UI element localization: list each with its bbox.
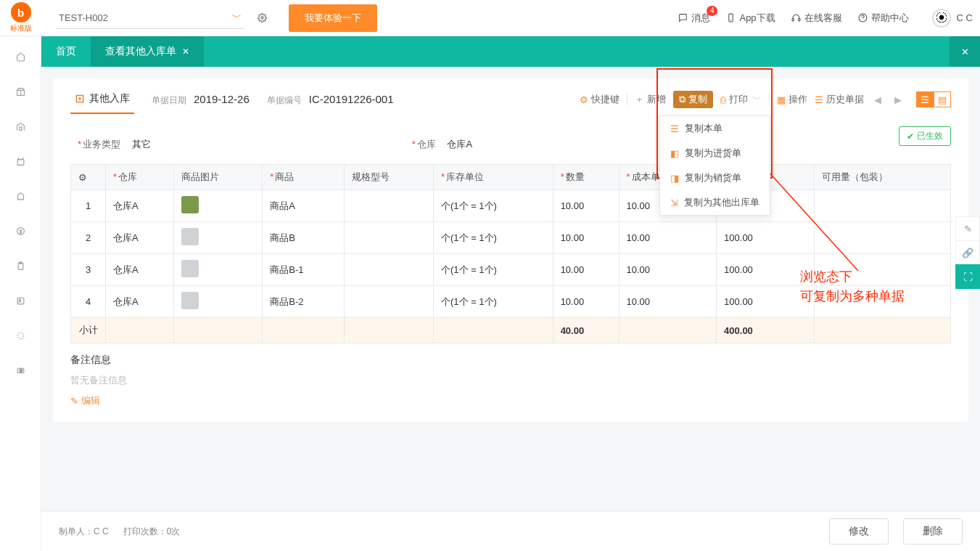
- row-qty: 10.00: [553, 190, 619, 222]
- product-image-icon: [181, 292, 199, 309]
- help-center-link[interactable]: 帮助中心: [858, 12, 909, 25]
- user-menu[interactable]: C C: [932, 9, 973, 28]
- warehouse-value: 仓库A: [447, 139, 472, 150]
- warehouse-label: 仓库: [417, 139, 436, 150]
- row-warehouse: 仓库A: [106, 254, 174, 286]
- edit-label: 编辑: [81, 394, 100, 407]
- remark-empty: 暂无备注信息: [70, 374, 951, 387]
- product-image-icon: [181, 196, 199, 213]
- message-icon: [678, 13, 688, 23]
- edit-remark-button[interactable]: ✎ 编辑: [70, 394, 951, 407]
- inbox-icon: ◧: [670, 148, 679, 159]
- money-icon[interactable]: [13, 224, 28, 238]
- expand-tool-icon[interactable]: ⛶: [955, 264, 980, 289]
- contact-icon[interactable]: [13, 293, 28, 308]
- copy-to-other-out-item[interactable]: ⇲复制为其他出库单: [660, 190, 770, 215]
- house-icon[interactable]: [13, 189, 28, 203]
- gift-icon[interactable]: [13, 84, 28, 99]
- row-unit: 个(1个 = 1个): [434, 286, 553, 318]
- table-row[interactable]: 3仓库A商品B-1个(1个 = 1个)10.0010.00100.00: [71, 254, 951, 286]
- copy-to-sales-item[interactable]: ◨复制为销货单: [660, 166, 770, 190]
- view-list-button[interactable]: ☰: [916, 91, 934, 107]
- row-price: 10.00: [619, 222, 717, 254]
- clipboard-icon[interactable]: [13, 258, 28, 273]
- svg-rect-3: [792, 19, 794, 21]
- row-price: 10.00: [619, 286, 717, 318]
- note-tool-icon[interactable]: ✎: [955, 216, 980, 241]
- copy-to-purchase-item[interactable]: ◧复制为进货单: [660, 141, 770, 166]
- operate-button[interactable]: ▦操作: [777, 93, 807, 106]
- settings-icon[interactable]: [258, 13, 267, 23]
- print-button[interactable]: ⎙打印﹀: [720, 93, 762, 106]
- cycle-icon[interactable]: [13, 328, 28, 343]
- bag-icon[interactable]: [13, 154, 28, 168]
- copy-label: 复制: [688, 93, 707, 106]
- phone-icon: [726, 13, 736, 23]
- col-qty: *数量: [553, 165, 619, 190]
- org-selector[interactable]: TEST-H002 ﹀: [56, 7, 244, 29]
- date-value: 2019-12-26: [194, 93, 250, 105]
- export-icon: ⇲: [670, 197, 678, 208]
- docno-value: IC-20191226-001: [309, 93, 394, 105]
- tabbar-close-button[interactable]: ✕: [950, 36, 980, 67]
- svg-rect-1: [729, 14, 733, 22]
- row-product: 商品B: [263, 222, 345, 254]
- close-icon[interactable]: ✕: [182, 46, 189, 57]
- delete-button[interactable]: 删除: [903, 518, 963, 544]
- grid-icon: ▦: [777, 94, 786, 105]
- app-download-link[interactable]: App下载: [726, 12, 775, 25]
- row-image: [173, 286, 263, 318]
- table-row[interactable]: 2仓库A商品B个(1个 = 1个)10.0010.00100.00: [71, 222, 951, 254]
- online-service-label: 在线客服: [804, 12, 842, 25]
- row-spec: [345, 286, 434, 318]
- help-icon: [858, 13, 868, 23]
- row-warehouse: 仓库A: [106, 222, 174, 254]
- new-icon[interactable]: 新: [13, 363, 28, 377]
- float-tools: ✎ 🔗 ⛶: [955, 216, 980, 288]
- table-row[interactable]: 1仓库A商品A个(1个 = 1个)10.0010.00100.00: [71, 190, 951, 222]
- row-qty: 10.00: [553, 222, 619, 254]
- history-icon: ☰: [815, 94, 823, 105]
- next-button[interactable]: ▶: [892, 94, 905, 105]
- col-config[interactable]: ⚙: [71, 165, 106, 190]
- subtotal-row: 小计40.00400.00: [71, 318, 951, 343]
- view-card-button[interactable]: ▤: [934, 91, 951, 107]
- messages-link[interactable]: 消息 4: [678, 12, 710, 25]
- svg-point-0: [261, 17, 263, 19]
- history-button[interactable]: ☰历史单据: [815, 93, 864, 106]
- status-badge: ✔ 已生效: [899, 126, 951, 146]
- doc-icon: ☰: [670, 123, 679, 134]
- sidebar: 新: [0, 36, 41, 551]
- print-count-info: 打印次数：0次: [123, 526, 181, 538]
- svg-point-14: [19, 299, 20, 301]
- status-label: 已生效: [917, 130, 943, 142]
- subtotal-qty: 40.00: [553, 318, 619, 343]
- prev-button[interactable]: ◀: [871, 94, 884, 105]
- new-button[interactable]: ＋新增: [635, 93, 666, 106]
- messages-badge: 4: [707, 6, 718, 16]
- chevron-down-icon: ﹀: [752, 93, 762, 106]
- warehouse-icon[interactable]: [13, 119, 28, 134]
- copy-this-item[interactable]: ☰复制本单: [660, 116, 770, 141]
- tab-current[interactable]: 查看其他入库单 ✕: [91, 36, 204, 67]
- date-label: 单据日期: [152, 94, 186, 107]
- page-tab[interactable]: 其他入库: [70, 85, 134, 114]
- history-label: 历史单据: [826, 93, 864, 106]
- page-tab-label: 其他入库: [89, 92, 130, 105]
- online-service-link[interactable]: 在线客服: [791, 12, 842, 25]
- shortcut-button[interactable]: ⚙快捷键: [580, 93, 619, 106]
- home-icon[interactable]: [13, 49, 28, 64]
- try-button[interactable]: 我要体验一下: [289, 4, 377, 32]
- row-qty: 10.00: [553, 254, 619, 286]
- copy-button[interactable]: ⧉复制: [673, 91, 713, 108]
- modify-button[interactable]: 修改: [829, 518, 889, 544]
- brand-logo[interactable]: b 标准版: [0, 2, 41, 33]
- row-amount: 100.00: [717, 286, 815, 318]
- table-row[interactable]: 4仓库A商品B-2个(1个 = 1个)10.0010.00100.00: [71, 286, 951, 318]
- tab-home[interactable]: 首页: [41, 36, 91, 67]
- top-header: b 标准版 TEST-H002 ﹀ 我要体验一下 消息 4 App下载 在线客服: [0, 0, 980, 36]
- avatar-icon: [932, 9, 951, 28]
- link-tool-icon[interactable]: 🔗: [955, 240, 980, 265]
- print-icon: ⎙: [720, 94, 726, 105]
- help-center-label: 帮助中心: [871, 12, 909, 25]
